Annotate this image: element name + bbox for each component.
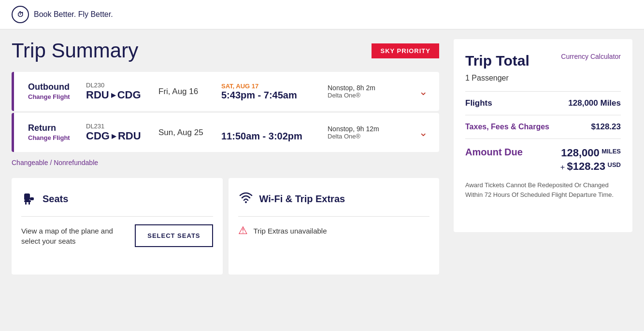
- outbound-details: Nonstop, 8h 2m Delta One®: [328, 84, 405, 99]
- svg-rect-4: [29, 202, 30, 205]
- return-flight-number: DL231: [86, 123, 158, 130]
- seats-card-header: Seats: [21, 190, 213, 217]
- outbound-label: Outbound: [28, 82, 86, 92]
- taxes-cost-row: Taxes, Fees & Charges $128.23: [465, 115, 621, 138]
- outbound-arrival-date: SAT, AUG 17: [221, 83, 328, 90]
- return-cabin: Delta One®: [328, 133, 405, 140]
- miles-amount: 128,000: [561, 147, 600, 159]
- return-flight-info: Return Change Flight DL231 CDG ▸ RDU Sun…: [23, 123, 419, 142]
- wifi-card-header: Wi-Fi & Trip Extras: [238, 190, 430, 217]
- return-date: Sun, Aug 25: [158, 128, 221, 138]
- outbound-flight-number: DL230: [86, 82, 158, 89]
- outbound-date: Fri, Aug 16: [158, 87, 221, 97]
- amount-due-row: Amount Due 128,000 MILES + $128.23 USD: [465, 147, 621, 173]
- taxes-label[interactable]: Taxes, Fees & Charges: [465, 123, 549, 131]
- trip-total-header: Trip Total Currency Calculator: [465, 53, 621, 69]
- page-title: Trip Summary: [12, 39, 138, 62]
- trip-extras-label: Trip Extras unavailable: [254, 227, 327, 235]
- seats-content: View a map of the plane and select your …: [21, 224, 213, 247]
- logo-text: Book Better. Fly Better.: [34, 10, 113, 19]
- seats-title: Seats: [43, 193, 68, 205]
- outbound-number-route: DL230 RDU ▸ CDG: [86, 82, 158, 101]
- left-panel: Trip Summary SKY PRIORITY Outbound Chang…: [12, 39, 439, 275]
- outbound-to: CDG: [117, 89, 141, 101]
- wifi-icon: [238, 190, 254, 208]
- return-time-range: 11:50am - 3:02pm: [221, 131, 328, 142]
- trip-total-title: Trip Total: [465, 53, 530, 69]
- changeable-note: Changeable / Nonrefundable: [12, 154, 439, 174]
- bottom-cards: Seats View a map of the plane and select…: [12, 178, 439, 275]
- return-from: CDG: [86, 130, 110, 142]
- outbound-nonstop: Nonstop, 8h 2m: [328, 84, 405, 92]
- wifi-title: Wi-Fi & Trip Extras: [259, 193, 345, 205]
- outbound-flight-info: Outbound Change Flight DL230 RDU ▸ CDG F…: [23, 82, 419, 101]
- return-direction: Return Change Flight: [28, 123, 86, 142]
- header: ⏱ Book Better. Fly Better.: [0, 0, 644, 29]
- amount-due-label: Amount Due: [465, 147, 523, 158]
- outbound-time-block: SAT, AUG 17 5:43pm - 7:45am: [221, 83, 328, 101]
- return-label: Return: [28, 123, 86, 133]
- right-panel: Trip Total Currency Calculator 1 Passeng…: [454, 39, 632, 275]
- main-content: Trip Summary SKY PRIORITY Outbound Chang…: [0, 29, 644, 284]
- award-notice: Award Tickets Cannot Be Redeposited Or C…: [465, 180, 621, 199]
- seat-icon: [21, 190, 37, 208]
- return-flight-card: Return Change Flight DL231 CDG ▸ RDU Sun…: [12, 113, 439, 152]
- svg-rect-1: [30, 197, 34, 200]
- miles-amount-display: 128,000 MILES: [560, 147, 621, 159]
- plus-sign: +: [560, 163, 567, 171]
- svg-rect-2: [24, 200, 31, 202]
- taxes-value: $128.23: [591, 122, 621, 132]
- seats-card: Seats View a map of the plane and select…: [12, 178, 223, 275]
- wifi-card: Wi-Fi & Trip Extras ⚠ Trip Extras unavai…: [229, 178, 440, 275]
- return-border: [12, 113, 14, 152]
- outbound-direction: Outbound Change Flight: [28, 82, 86, 101]
- outbound-from: RDU: [86, 89, 109, 101]
- currency-calculator-link[interactable]: Currency Calculator: [561, 53, 621, 60]
- usd-amount-display: + $128.23 USD: [560, 160, 621, 173]
- outbound-border: [12, 72, 14, 111]
- outbound-chevron-button[interactable]: ⌄: [419, 85, 428, 98]
- svg-point-5: [245, 201, 247, 203]
- return-arrow-icon: ▸: [112, 131, 116, 141]
- trip-total-panel: Trip Total Currency Calculator 1 Passeng…: [454, 39, 632, 232]
- logo-normal: Fly Better.: [78, 10, 113, 18]
- miles-unit: MILES: [601, 148, 621, 155]
- outbound-route: RDU ▸ CDG: [86, 89, 158, 101]
- amount-due-value: 128,000 MILES + $128.23 USD: [560, 147, 621, 173]
- return-route: CDG ▸ RDU: [86, 130, 158, 142]
- seats-description: View a map of the plane and select your …: [21, 226, 125, 246]
- amount-due-section: Amount Due 128,000 MILES + $128.23 USD: [465, 138, 621, 207]
- return-number-route: DL231 CDG ▸ RDU: [86, 123, 158, 142]
- flights-value: 128,000 Miles: [568, 98, 621, 108]
- outbound-change-flight-link[interactable]: Change Flight: [28, 93, 70, 100]
- return-to: RDU: [118, 130, 141, 142]
- outbound-time-range: 5:43pm - 7:45am: [221, 90, 328, 101]
- flights-label: Flights: [465, 98, 492, 108]
- warning-icon: ⚠: [238, 224, 248, 237]
- select-seats-button[interactable]: SELECT SEATS: [135, 224, 213, 247]
- return-chevron-button[interactable]: ⌄: [419, 126, 428, 139]
- svg-rect-3: [25, 202, 27, 205]
- usd-amount: $128.23: [567, 160, 606, 172]
- trip-extras-unavailable: ⚠ Trip Extras unavailable: [238, 224, 430, 237]
- outbound-flight-card: Outbound Change Flight DL230 RDU ▸ CDG F…: [12, 72, 439, 111]
- sky-priority-badge: SKY PRIORITY: [372, 43, 439, 58]
- return-nonstop: Nonstop, 9h 12m: [328, 125, 405, 133]
- svg-rect-0: [24, 193, 30, 200]
- usd-unit: USD: [608, 161, 621, 168]
- logo-bold: Book Better.: [34, 10, 76, 18]
- flights-cost-row: Flights 128,000 Miles: [465, 91, 621, 115]
- return-time-block: placeholder 11:50am - 3:02pm: [221, 124, 328, 142]
- return-details: Nonstop, 9h 12m Delta One®: [328, 125, 405, 140]
- outbound-arrow-icon: ▸: [111, 90, 115, 100]
- return-change-flight-link[interactable]: Change Flight: [28, 134, 70, 141]
- logo-icon: ⏱: [12, 6, 29, 23]
- page-title-row: Trip Summary SKY PRIORITY: [12, 39, 439, 62]
- outbound-cabin: Delta One®: [328, 92, 405, 99]
- passenger-count: 1 Passenger: [465, 74, 621, 83]
